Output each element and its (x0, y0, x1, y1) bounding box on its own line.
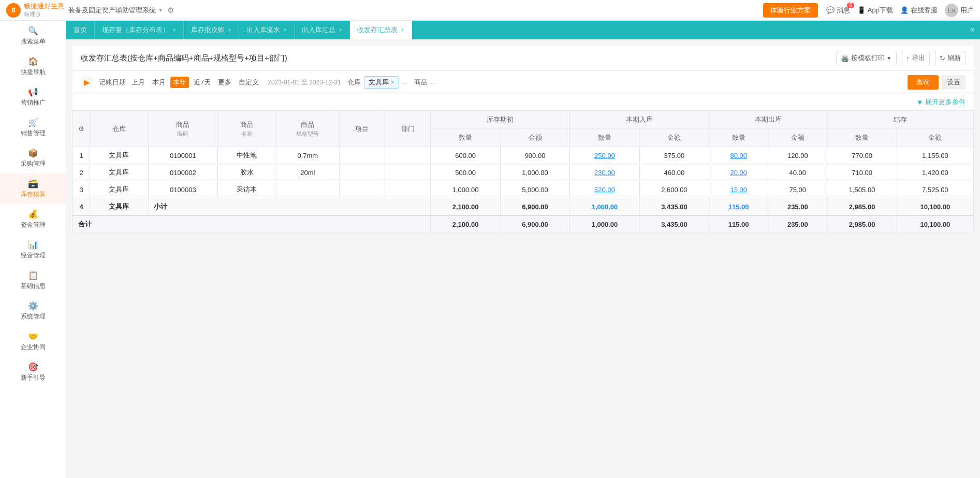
sidebar-label-sales: 销售管理 (21, 129, 46, 138)
date-btn-this-month[interactable]: 本月 (150, 77, 168, 88)
tab-inventory-dist[interactable]: 现存量（库存分布表） × (95, 21, 184, 39)
sidebar-item-purchase[interactable]: 📦 采购管理 (0, 143, 66, 173)
brand-info: 畅捷通好生意 标准版 (24, 2, 64, 18)
dropdown-arrow-icon: ▼ (158, 7, 163, 13)
total-close-qty: 2,985.00 (827, 215, 897, 233)
col-project-header: 项目 (339, 111, 385, 147)
system-select[interactable]: 装备及固定资产辅助管理系统 ▼ (68, 6, 163, 15)
tab-close-inout-flow[interactable]: × (283, 26, 287, 34)
export-button[interactable]: ↑ 导出 (902, 51, 930, 65)
row-warehouse: 文具库 (90, 164, 149, 181)
tab-batch-label: 库存批次账 (191, 25, 225, 35)
tab-bar: 首页 现存量（库存分布表） × 库存批次账 × 出入库流水 × 出入库汇总 × … (66, 21, 980, 39)
col-opening-header: 库存期初 (431, 111, 570, 129)
sidebar-item-basic[interactable]: 📋 基础信息 (0, 265, 66, 296)
app-download[interactable]: 📱 App下载 (857, 6, 893, 15)
tab-close-inventory-dist[interactable]: × (172, 26, 176, 34)
sidebar-item-collab[interactable]: 🤝 企业协同 (0, 326, 66, 357)
date-btn-more[interactable]: 更多 (215, 77, 234, 88)
date-filter-label: 记账日期 (99, 78, 126, 87)
row-spec: 20ml (276, 164, 339, 181)
sales-icon: 🛒 (28, 118, 38, 127)
warehouse-tag[interactable]: 文具库 × (364, 76, 399, 89)
expand-conditions-bar: ▼ 展开更多条件 (72, 94, 974, 110)
user-area[interactable]: Ea 用户 (945, 4, 974, 17)
date-btn-custom[interactable]: 自定义 (236, 77, 261, 88)
tab-close-recv-send[interactable]: × (401, 26, 404, 34)
sidebar-item-search[interactable]: 🔍 搜索菜单 (0, 21, 66, 51)
row-project (339, 181, 385, 198)
row-warehouse: 文具库 (90, 147, 149, 164)
sidebar-item-finance[interactable]: 💰 资金管理 (0, 204, 66, 235)
row-close-qty: 710.00 (827, 164, 897, 181)
home-icon: 🏠 (28, 56, 38, 66)
row-out-amt: 40.00 (768, 164, 827, 181)
date-btn-7days[interactable]: 近7天 (191, 77, 213, 88)
tab-close-inout-summary[interactable]: × (339, 26, 342, 34)
total-open-qty: 2,100.00 (431, 215, 500, 233)
tab-inout-summary[interactable]: 出入库汇总 × (295, 21, 350, 39)
row-open-amt: 1,000.00 (500, 164, 569, 181)
sidebar-item-system[interactable]: ⚙️ 系统管理 (0, 296, 66, 326)
tab-inout-flow[interactable]: 出入库流水 × (239, 21, 295, 39)
page-title: 收发存汇总表(按仓库+商品编码+商品+规格型号+项目+部门) (81, 53, 287, 63)
refresh-button[interactable]: ↻ 刷新 (935, 51, 966, 65)
col-settings-header[interactable]: ⚙ (73, 111, 90, 147)
query-button[interactable]: 查询 (908, 75, 939, 90)
sidebar-item-quick[interactable]: 🏠 快捷导航 (0, 51, 66, 82)
print-icon: 🖨️ (841, 54, 849, 62)
message-icon: 💬 (826, 6, 835, 14)
row-in-amt: 375.00 (639, 147, 709, 164)
col-open-qty-header: 数量 (431, 129, 500, 147)
tab-close-batch[interactable]: × (228, 26, 231, 34)
row-in-qty[interactable]: 250.00 (570, 147, 639, 164)
message-icon-area[interactable]: 💬 6 消息 (826, 6, 850, 15)
sidebar-label-marketing: 营销推广 (21, 98, 46, 107)
sidebar-item-operation[interactable]: 📊 经营管理 (0, 235, 66, 265)
table-row: 2 文具库 0100002 胶水 20ml 500.00 1,000.00 23… (73, 164, 974, 181)
settings-icon[interactable]: ⚙ (167, 6, 174, 15)
marketing-icon: 📢 (28, 87, 38, 97)
row-project (339, 164, 385, 181)
tab-recv-send[interactable]: 收发存汇总表 × (350, 21, 412, 39)
filter-expand-arrow[interactable]: ▶ (81, 77, 93, 88)
date-btn-this-year[interactable]: 本年 (170, 77, 189, 88)
warehouse-tag-close[interactable]: × (391, 79, 394, 86)
subtotal-close-amt: 10,100.00 (897, 198, 973, 216)
expand-conditions-button[interactable]: ▼ 展开更多条件 (916, 97, 966, 107)
sidebar-item-sales[interactable]: 🛒 销售管理 (0, 112, 66, 143)
date-btn-last-month[interactable]: 上月 (129, 77, 148, 88)
total-close-amt: 10,100.00 (897, 215, 973, 233)
row-in-qty[interactable]: 520.00 (570, 181, 639, 198)
online-service[interactable]: 👤 在线客服 (900, 6, 938, 15)
col-out-header: 本期出库 (709, 111, 827, 129)
sidebar-item-guide[interactable]: 🎯 新手引导 (0, 357, 66, 387)
expand-icon: ▼ (916, 98, 923, 106)
sidebar-item-marketing[interactable]: 📢 营销推广 (0, 82, 66, 112)
tab-close-all[interactable]: × (965, 25, 980, 35)
goods-more[interactable]: ··· (431, 79, 436, 86)
filter-setting-button[interactable]: 设置 (942, 75, 966, 90)
goods-filter-section: 商品 ··· (414, 78, 436, 87)
total-out-qty: 115.00 (709, 215, 768, 233)
main-layout: 🔍 搜索菜单 🏠 快捷导航 📢 营销推广 🛒 销售管理 📦 采购管理 🗃️ 库存… (0, 21, 980, 478)
warehouse-filter-section: 仓库 文具库 × ··· (347, 76, 408, 89)
print-button[interactable]: 🖨️ 按模板打印 ▼ (836, 51, 897, 65)
row-out-qty[interactable]: 80.00 (709, 147, 768, 164)
row-out-qty[interactable]: 20.00 (709, 164, 768, 181)
sidebar-label-operation: 经营管理 (21, 251, 46, 260)
warehouse-tag-text: 文具库 (369, 78, 389, 87)
subtotal-in-qty[interactable]: 1,000.00 (570, 198, 639, 216)
tab-home[interactable]: 首页 (66, 21, 95, 39)
row-in-qty[interactable]: 230.00 (570, 164, 639, 181)
col-open-amt-header: 金额 (500, 129, 569, 147)
app-download-icon: 📱 (857, 6, 866, 14)
row-code: 0100001 (148, 147, 217, 164)
subtotal-out-qty[interactable]: 115.00 (709, 198, 768, 216)
warehouse-more[interactable]: ··· (402, 79, 408, 86)
trial-button[interactable]: 体验行业方案 (763, 3, 818, 18)
row-out-qty[interactable]: 15.00 (709, 181, 768, 198)
tab-batch[interactable]: 库存批次账 × (184, 21, 239, 39)
row-close-amt: 7,525.00 (897, 181, 973, 198)
sidebar-item-inventory[interactable]: 🗃️ 库存核算 (0, 173, 66, 204)
